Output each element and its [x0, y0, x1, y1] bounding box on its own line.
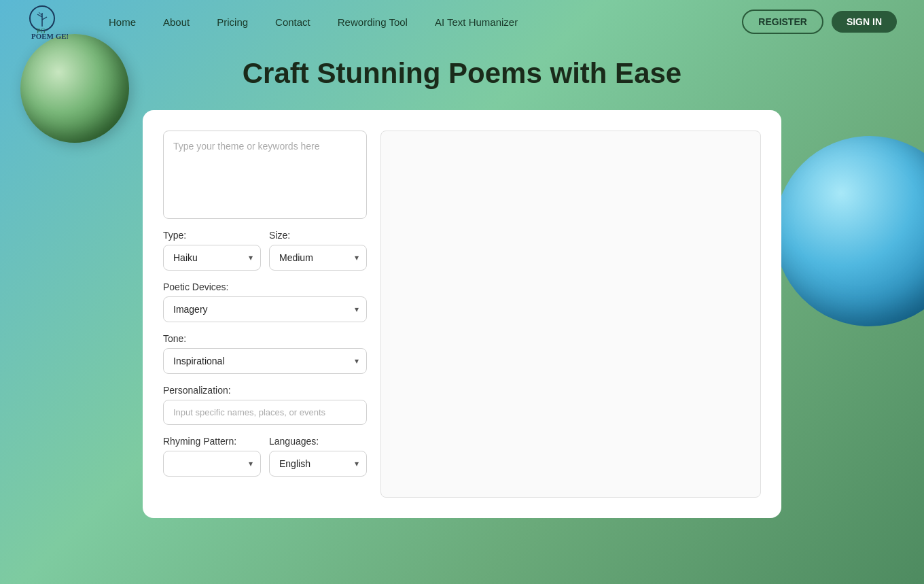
size-select[interactable]: Small Medium Large	[269, 245, 367, 271]
language-select[interactable]: English Spanish French German Italian	[269, 451, 367, 477]
nav-about[interactable]: About	[163, 16, 190, 28]
rhyming-select[interactable]: AABB ABAB ABBA None	[163, 451, 261, 477]
nav-links: Home About Pricing Contact Rewording Too…	[109, 16, 742, 28]
poetic-devices-select-wrapper: Imagery Metaphor Simile Alliteration Per…	[163, 296, 367, 322]
poetic-devices-label: Poetic Devices:	[163, 281, 367, 292]
type-select[interactable]: Haiku Sonnet Free Verse Limerick Ode	[163, 245, 261, 271]
type-select-wrapper: Haiku Sonnet Free Verse Limerick Ode ▾	[163, 245, 261, 271]
signin-button[interactable]: SIGN IN	[832, 11, 897, 33]
rhyming-pattern-group: Rhyming Pattern: AABB ABAB ABBA None ▾	[163, 436, 261, 477]
tone-label: Tone:	[163, 333, 367, 344]
left-panel: Type: Haiku Sonnet Free Verse Limerick O…	[163, 131, 367, 498]
nav-pricing[interactable]: Pricing	[217, 16, 248, 28]
svg-text:PG: PG	[37, 27, 46, 35]
type-field-group: Type: Haiku Sonnet Free Verse Limerick O…	[163, 230, 261, 271]
nav-contact[interactable]: Contact	[275, 16, 310, 28]
tone-group: Tone: Inspirational Romantic Melancholic…	[163, 333, 367, 374]
nav-rewording[interactable]: Rewording Tool	[338, 16, 408, 28]
tone-select[interactable]: Inspirational Romantic Melancholic Humor…	[163, 348, 367, 374]
size-select-wrapper: Small Medium Large ▾	[269, 245, 367, 271]
languages-label: Languages:	[269, 436, 367, 447]
personalization-group: Personalization:	[163, 385, 367, 425]
nav-humanizer[interactable]: AI Text Humanizer	[435, 16, 518, 28]
svg-line-3	[42, 17, 47, 20]
nav-actions: REGISTER SIGN IN	[742, 10, 897, 34]
logo-icon: POEM GENERATOR PG	[27, 3, 68, 41]
type-size-row: Type: Haiku Sonnet Free Verse Limerick O…	[163, 230, 367, 271]
main-card: Type: Haiku Sonnet Free Verse Limerick O…	[143, 110, 781, 518]
languages-group: Languages: English Spanish French German…	[269, 436, 367, 477]
register-button[interactable]: REGISTER	[742, 10, 823, 34]
size-field-group: Size: Small Medium Large ▾	[269, 230, 367, 271]
logo[interactable]: POEM GENERATOR PG	[27, 3, 68, 41]
personalization-input[interactable]	[163, 400, 367, 425]
rhyming-languages-row: Rhyming Pattern: AABB ABAB ABBA None ▾ L…	[163, 436, 367, 477]
poetic-devices-select[interactable]: Imagery Metaphor Simile Alliteration Per…	[163, 296, 367, 322]
personalization-label: Personalization:	[163, 385, 367, 396]
poetic-devices-group: Poetic Devices: Imagery Metaphor Simile …	[163, 281, 367, 322]
language-select-wrapper: English Spanish French German Italian ▾	[269, 451, 367, 477]
hero-title: Craft Stunning Poems with Ease	[0, 44, 924, 110]
tone-select-wrapper: Inspirational Romantic Melancholic Humor…	[163, 348, 367, 374]
navbar: POEM GENERATOR PG Home About Pricing Con…	[0, 0, 924, 44]
rhyming-pattern-label: Rhyming Pattern:	[163, 436, 261, 447]
nav-home[interactable]: Home	[109, 16, 136, 28]
rhyming-select-wrapper: AABB ABAB ABBA None ▾	[163, 451, 261, 477]
theme-textarea[interactable]	[163, 131, 367, 219]
type-label: Type:	[163, 230, 261, 241]
output-panel	[380, 131, 761, 498]
size-label: Size:	[269, 230, 367, 241]
